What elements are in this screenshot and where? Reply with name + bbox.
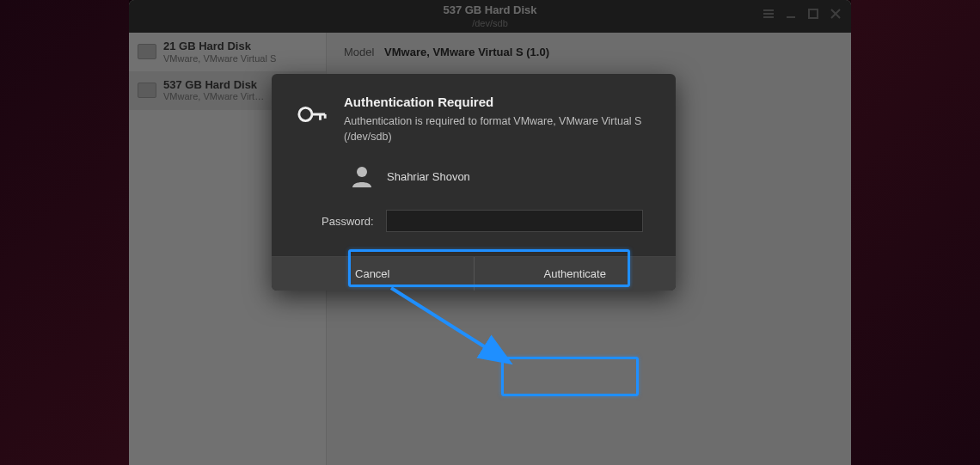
password-input[interactable] — [386, 210, 643, 232]
authentication-dialog: Authentication Required Authentication i… — [272, 74, 676, 291]
svg-point-7 — [299, 107, 312, 120]
auth-message: Authentication is required to format VMw… — [344, 114, 652, 144]
avatar-icon — [349, 163, 375, 189]
user-row: Shahriar Shovon — [349, 163, 652, 189]
password-label: Password: — [322, 215, 374, 228]
auth-title: Authentication Required — [344, 95, 652, 109]
svg-point-11 — [357, 167, 367, 177]
auth-body: Authentication Required Authentication i… — [272, 74, 676, 256]
user-name: Shahriar Shovon — [387, 170, 470, 183]
key-icon — [296, 98, 328, 131]
password-row: Password: — [315, 205, 652, 239]
auth-text: Authentication Required Authentication i… — [344, 95, 652, 144]
cancel-button[interactable]: Cancel — [272, 257, 475, 291]
auth-actions: Cancel Authenticate — [272, 256, 676, 291]
authenticate-button[interactable]: Authenticate — [475, 257, 677, 291]
auth-header: Authentication Required Authentication i… — [296, 95, 652, 144]
